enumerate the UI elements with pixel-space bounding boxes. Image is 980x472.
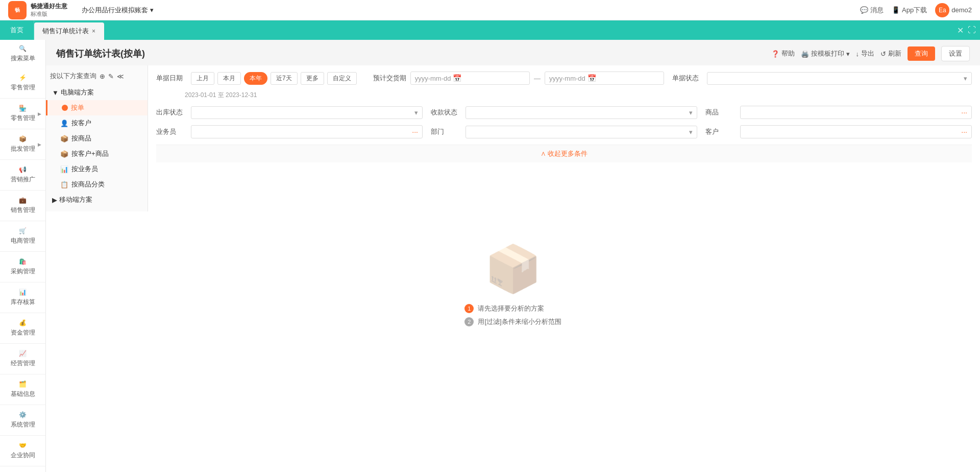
sidebar-item-sales[interactable]: 💼 销售管理 bbox=[0, 191, 45, 221]
expected-date-start-placeholder: yyyy-mm-dd bbox=[415, 75, 451, 82]
shortcut-label: 零售管理 bbox=[11, 83, 35, 92]
ecommerce-label: 电商管理 bbox=[11, 237, 35, 245]
user-area[interactable]: Ea demo2 bbox=[935, 3, 972, 17]
app-download-btn[interactable]: 📱 App下载 bbox=[892, 6, 927, 15]
department-cell: 部门 ▾ bbox=[431, 126, 697, 138]
sidebar-item-system[interactable]: ⚙️ 系统管理 bbox=[0, 405, 45, 436]
date-btn-last-7days[interactable]: 近7天 bbox=[271, 72, 298, 85]
shipment-status-cell: 出库状态 ▾ bbox=[156, 106, 423, 119]
tree-item-by-customer[interactable]: 👤 按客户 bbox=[46, 115, 148, 131]
wholesale-icon: 📦 bbox=[19, 135, 27, 143]
expected-date-start[interactable]: yyyy-mm-dd 📅 bbox=[410, 72, 530, 85]
help-btn[interactable]: ❓ 帮助 bbox=[771, 49, 795, 58]
sidebar-item-ecommerce[interactable]: 🛒 电商管理 bbox=[0, 221, 45, 252]
tab-close-window-icon[interactable]: ✕ bbox=[957, 26, 964, 35]
payment-status-label: 收款状态 bbox=[431, 108, 461, 117]
tabbar: 首页 销售订单统计表 × ✕ ⛶ bbox=[0, 20, 980, 40]
empty-hint-2: 2 用[过滤]条件来缩小分析范围 bbox=[464, 317, 561, 326]
tree-edit-icon[interactable]: ✎ bbox=[108, 73, 114, 80]
query-btn[interactable]: 查询 bbox=[908, 46, 935, 61]
tree-collapse-icon[interactable]: ≪ bbox=[117, 73, 124, 80]
calendar-end-icon[interactable]: 📅 bbox=[587, 74, 596, 82]
sidebar-item-wholesale[interactable]: 📦 批发管理 bbox=[0, 129, 45, 160]
tree-group-desktop[interactable]: ▼ 电脑端方案 bbox=[46, 85, 148, 100]
message-icon: 💬 bbox=[860, 6, 868, 14]
tab-sales-order-label: 销售订单统计表 bbox=[42, 27, 89, 36]
sales-icon: 💼 bbox=[19, 197, 27, 204]
payment-status-arrow-icon: ▾ bbox=[689, 109, 693, 116]
expected-date-label: 预计交货期 bbox=[373, 74, 406, 83]
template-print-btn[interactable]: 🖨️ 按模板打印 ▾ bbox=[801, 49, 850, 58]
date-btn-custom[interactable]: 自定义 bbox=[327, 72, 357, 85]
inventory-label: 库存核算 bbox=[11, 298, 35, 306]
collapse-label: ∧ 收起更多条件 bbox=[541, 150, 588, 157]
sidebar-item-operation[interactable]: 📈 经营管理 bbox=[0, 344, 45, 374]
user-name: demo2 bbox=[951, 6, 972, 14]
product-input[interactable]: ··· bbox=[740, 106, 972, 119]
department-select[interactable]: ▾ bbox=[465, 126, 697, 138]
payment-status-select[interactable]: ▾ bbox=[465, 106, 697, 119]
company-selector[interactable]: 办公用品行业模拟账套 ▾ bbox=[82, 6, 154, 15]
tree-group-mobile-label: 移动端方案 bbox=[59, 195, 92, 204]
customer-dots-icon[interactable]: ··· bbox=[961, 128, 967, 136]
tree-item-by-salesperson[interactable]: 📊 按业务员 bbox=[46, 161, 148, 177]
operation-label: 经营管理 bbox=[11, 359, 35, 368]
date-btn-more[interactable]: 更多 bbox=[301, 72, 324, 85]
shipment-status-label: 出库状态 bbox=[156, 108, 187, 117]
tab-maximize-icon[interactable]: ⛶ bbox=[968, 26, 976, 35]
message-btn[interactable]: 💬 消息 bbox=[860, 6, 884, 15]
refresh-btn[interactable]: ↺ 刷新 bbox=[880, 49, 901, 58]
expected-date-end[interactable]: yyyy-mm-dd 📅 bbox=[545, 72, 664, 85]
basic-label: 基础信息 bbox=[11, 390, 35, 398]
tree-item-by-category[interactable]: 📋 按商品分类 bbox=[46, 177, 148, 192]
date-btn-last-month[interactable]: 上月 bbox=[191, 72, 214, 85]
active-dot-icon bbox=[62, 105, 68, 111]
calendar-start-icon[interactable]: 📅 bbox=[453, 74, 461, 82]
help-label: 帮助 bbox=[781, 49, 795, 58]
department-arrow-icon: ▾ bbox=[689, 128, 693, 136]
sidebar-item-marketing[interactable]: 📢 营销推广 bbox=[0, 160, 45, 191]
ecommerce-icon: 🛒 bbox=[19, 227, 27, 234]
tree-item-by-product[interactable]: 📦 按商品 bbox=[46, 131, 148, 146]
sidebar-item-basic[interactable]: 🗂️ 基础信息 bbox=[0, 374, 45, 405]
export-icon: ↓ bbox=[856, 50, 860, 58]
sidebar-item-purchase[interactable]: 🛍️ 采购管理 bbox=[0, 252, 45, 282]
sidebar-item-retail[interactable]: 🏪 零售管理 bbox=[0, 99, 45, 129]
tab-close-icon[interactable]: × bbox=[92, 28, 95, 35]
search-menu-btn[interactable]: 🔍 搜索菜单 bbox=[0, 40, 45, 68]
mobile-icon: 📱 bbox=[892, 6, 900, 14]
sidebar-item-finance[interactable]: 💰 资金管理 bbox=[0, 313, 45, 344]
date-btn-this-month[interactable]: 本月 bbox=[217, 72, 241, 85]
product-dots-icon[interactable]: ··· bbox=[961, 108, 967, 116]
shipment-status-arrow-icon: ▾ bbox=[414, 109, 418, 116]
sidebar-item-enterprise[interactable]: 🤝 企业协同 bbox=[0, 436, 45, 466]
tree-group-mobile[interactable]: ▶ 移动端方案 bbox=[46, 192, 148, 207]
tree-item-by-order[interactable]: 按单 bbox=[46, 100, 148, 115]
sidebar-item-shortcut[interactable]: ⚡ 零售管理 bbox=[0, 68, 45, 99]
sidebar-item-newguide[interactable]: 🌟 新手引导 bbox=[0, 466, 45, 472]
hint-num-1: 1 bbox=[464, 304, 474, 313]
collapse-bar[interactable]: ∧ 收起更多条件 bbox=[156, 145, 972, 162]
date-dash: — bbox=[534, 75, 541, 82]
customer-input[interactable]: ··· bbox=[740, 125, 972, 138]
tree-item-by-customer-product[interactable]: 📦 按客户+商品 bbox=[46, 146, 148, 161]
inventory-icon: 📊 bbox=[19, 289, 27, 296]
tab-sales-order[interactable]: 销售订单统计表 × bbox=[34, 22, 104, 40]
date-btn-this-year[interactable]: 本年 bbox=[244, 72, 267, 85]
product-cell: 商品 ··· bbox=[705, 106, 972, 119]
hint-text-2: 用[过滤]条件来缩小分析范围 bbox=[478, 317, 561, 326]
tab-home[interactable]: 首页 bbox=[0, 20, 34, 40]
salesperson-dots-icon[interactable]: ··· bbox=[412, 128, 418, 136]
sidebar-item-inventory[interactable]: 📊 库存核算 bbox=[0, 282, 45, 313]
export-btn[interactable]: ↓ 导出 bbox=[856, 49, 875, 58]
salesperson-input[interactable]: ··· bbox=[191, 125, 423, 138]
order-status-select[interactable]: ▾ bbox=[707, 72, 972, 85]
settings-btn[interactable]: 设置 bbox=[941, 46, 970, 61]
tree-item-by-salesperson-label: 按业务员 bbox=[71, 164, 98, 174]
empty-hint-1: 1 请先选择要分析的方案 bbox=[464, 304, 561, 313]
date-buttons-group: 上月 本月 本年 近7天 更多 自定义 bbox=[191, 72, 357, 85]
shipment-status-select[interactable]: ▾ bbox=[191, 106, 423, 119]
tree-toolbar: 按以下方案查询 ⊕ ✎ ≪ bbox=[46, 69, 148, 83]
tree-add-icon[interactable]: ⊕ bbox=[100, 73, 105, 80]
marketing-icon: 📢 bbox=[19, 166, 27, 173]
